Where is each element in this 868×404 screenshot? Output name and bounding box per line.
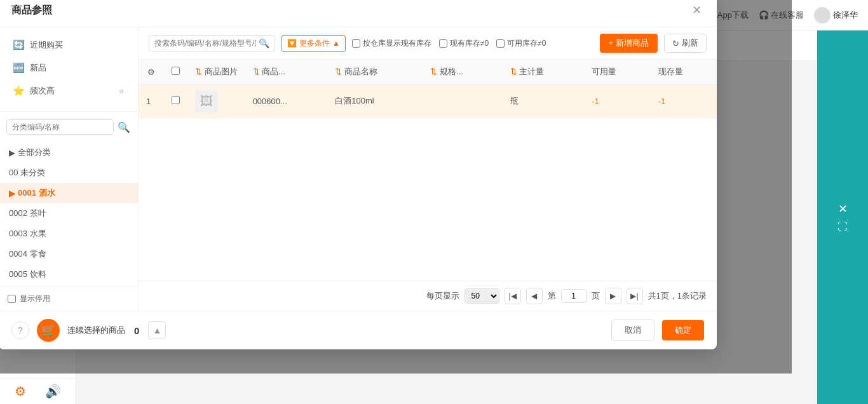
category-0005-label: 0005 饮料 <box>9 269 46 280</box>
confirm-button[interactable]: 确定 <box>662 320 704 340</box>
new-icon: 🆕 <box>13 62 25 74</box>
spec-col-label: 规格... <box>440 67 463 76</box>
user-item: 徐泽华 <box>814 7 858 24</box>
category-0001-label: 0001 酒水 <box>18 187 55 199</box>
checkbox-group: 按仓库显示现有库存 现有库存≠0 可用库存≠0 <box>352 38 546 49</box>
available-stock-checkbox[interactable] <box>496 39 505 48</box>
add-product-button[interactable]: + 新增商品 <box>600 34 658 53</box>
new-items-label: 新品 <box>30 62 46 74</box>
right-teal-panel: ✕ ⛶ <box>817 30 868 404</box>
row-unit-cell: 瓶 <box>503 84 585 118</box>
filter-button[interactable]: 🔽 更多条件 ▲ <box>281 35 346 52</box>
code-column-header: ⇅ 商品... <box>245 60 328 84</box>
checkbox-column-header[interactable] <box>164 60 187 84</box>
product-search-icon[interactable]: 🔍 <box>259 38 269 48</box>
expand-icon2: ⛶ <box>837 221 848 232</box>
available-column-header: 可用量 <box>584 60 650 84</box>
select-all-checkbox[interactable] <box>172 67 180 75</box>
display-disabled-checkbox[interactable] <box>8 295 16 303</box>
row-name-cell: 白酒100ml <box>327 84 423 118</box>
table-body: 1 🖼 000600... 白酒100ml 瓶 <box>139 84 717 118</box>
category-search-row: 🔍 <box>0 114 138 140</box>
page-number-input[interactable] <box>561 289 587 303</box>
recent-purchase-label: 近期购买 <box>30 39 63 51</box>
category-0002[interactable]: 0002 茶叶 <box>0 203 138 224</box>
toolbar: 🔍 🔽 更多条件 ▲ 按仓库显示现有库存 <box>139 27 717 60</box>
warehouse-stock-checkbox[interactable] <box>352 39 360 48</box>
image-column-header: ⇅ 商品图片 <box>187 60 245 84</box>
row-code-cell: 000600... <box>245 84 328 118</box>
frequent-icon: ⭐ <box>13 85 25 97</box>
last-page-button[interactable]: ▶| <box>627 288 643 304</box>
row-spec-cell <box>423 84 502 118</box>
row-checkbox-cell[interactable] <box>164 84 187 118</box>
collapse-cart-button[interactable]: ▲ <box>148 321 166 339</box>
all-category-label: 全部分类 <box>18 147 51 158</box>
current-stock-label: 现有库存≠0 <box>450 38 489 49</box>
current-stock-checkbox[interactable] <box>439 39 447 48</box>
category-0001-arrow: ▶ <box>9 189 15 198</box>
row-index-cell: 1 <box>139 84 164 118</box>
product-search-input[interactable] <box>154 39 256 48</box>
refresh-icon: ↻ <box>672 39 679 48</box>
cart-label: 连续选择的商品 <box>67 325 125 336</box>
stock-column-header: 现存量 <box>651 60 717 84</box>
refresh-button[interactable]: ↻ 刷新 <box>664 34 707 53</box>
modal-dialog: 商品参照 ✕ 🔄 近期购买 🆕 新品 ⭐ 频次高 <box>0 0 717 349</box>
warehouse-stock-label: 按仓库显示现有库存 <box>363 38 431 49</box>
cart-count: 0 <box>134 325 139 336</box>
new-items-item[interactable]: 🆕 新品 <box>6 58 130 78</box>
category-all[interactable]: ▶ 全部分类 <box>0 142 138 163</box>
category-0004-label: 0004 零食 <box>9 248 46 260</box>
modal-footer: ? 🛒 连续选择的商品 0 ▲ 取消 确定 <box>0 311 717 349</box>
modal-header: 商品参照 ✕ <box>0 0 717 27</box>
category-00[interactable]: 00 未分类 <box>0 163 138 183</box>
row-image-cell: 🖼 <box>187 84 245 118</box>
available-stock-checkbox-item[interactable]: 可用库存≠0 <box>496 38 546 49</box>
stock-col-label: 现存量 <box>658 67 683 76</box>
unit-col-label: 主计量 <box>519 67 544 76</box>
gear-column-header[interactable]: ⚙ <box>139 60 164 84</box>
help-button[interactable]: ? <box>11 321 29 339</box>
cart-button[interactable]: 🛒 <box>37 319 60 342</box>
per-page-select[interactable]: 50 10 20 100 <box>465 288 499 304</box>
refresh-label: 刷新 <box>682 37 698 49</box>
avatar <box>814 7 831 24</box>
name-col-sort-icon: ⇅ <box>335 67 342 76</box>
filter-up-icon: ▲ <box>332 39 340 48</box>
row-checkbox[interactable] <box>172 96 180 104</box>
filter-label: 更多条件 <box>299 38 330 49</box>
recent-purchase-item[interactable]: 🔄 近期购买 <box>6 35 130 55</box>
modal-close-button[interactable]: ✕ <box>689 3 704 18</box>
all-arrow-icon: ▶ <box>9 148 15 158</box>
unit-col-sort-icon: ⇅ <box>510 67 517 76</box>
category-0005[interactable]: 0005 饮料 <box>0 264 138 285</box>
unit-column-header: ⇅ 主计量 <box>503 60 585 84</box>
image-col-sort-icon: ⇅ <box>195 67 202 76</box>
speaker-icon: 🔊 <box>45 384 61 399</box>
header-row: ⚙ ⇅ 商品图片 ⇅ 商品... <box>139 60 717 84</box>
code-col-label: 商品... <box>262 67 285 76</box>
category-search-input[interactable] <box>6 119 114 135</box>
category-0002-label: 0002 茶叶 <box>9 208 46 219</box>
total-info-label: 共1页，1条记录 <box>648 290 707 302</box>
current-stock-checkbox-item[interactable]: 现有库存≠0 <box>439 38 489 49</box>
first-page-button[interactable]: |◀ <box>505 288 521 304</box>
modal-title: 商品参照 <box>11 4 52 17</box>
settings-bottom-icon: ⚙ <box>15 384 26 399</box>
name-col-label: 商品名称 <box>344 67 377 76</box>
category-search-icon[interactable]: 🔍 <box>118 121 130 133</box>
warehouse-stock-checkbox-item[interactable]: 按仓库显示现有库存 <box>352 38 431 49</box>
prev-page-button[interactable]: ◀ <box>526 288 543 304</box>
frequent-item[interactable]: ⭐ 频次高 « <box>6 81 130 101</box>
spec-col-sort-icon: ⇅ <box>430 67 437 76</box>
category-0001[interactable]: ▶ 0001 酒水 <box>0 183 138 203</box>
cancel-button[interactable]: 取消 <box>611 320 654 341</box>
name-column-header: ⇅ 商品名称 <box>327 60 423 84</box>
next-page-button[interactable]: ▶ <box>605 288 621 304</box>
available-stock-label: 可用库存≠0 <box>507 38 546 49</box>
table-row[interactable]: 1 🖼 000600... 白酒100ml 瓶 <box>139 84 717 118</box>
category-0004[interactable]: 0004 零食 <box>0 244 138 264</box>
category-0003[interactable]: 0003 水果 <box>0 224 138 244</box>
page-suffix: 页 <box>592 290 600 302</box>
